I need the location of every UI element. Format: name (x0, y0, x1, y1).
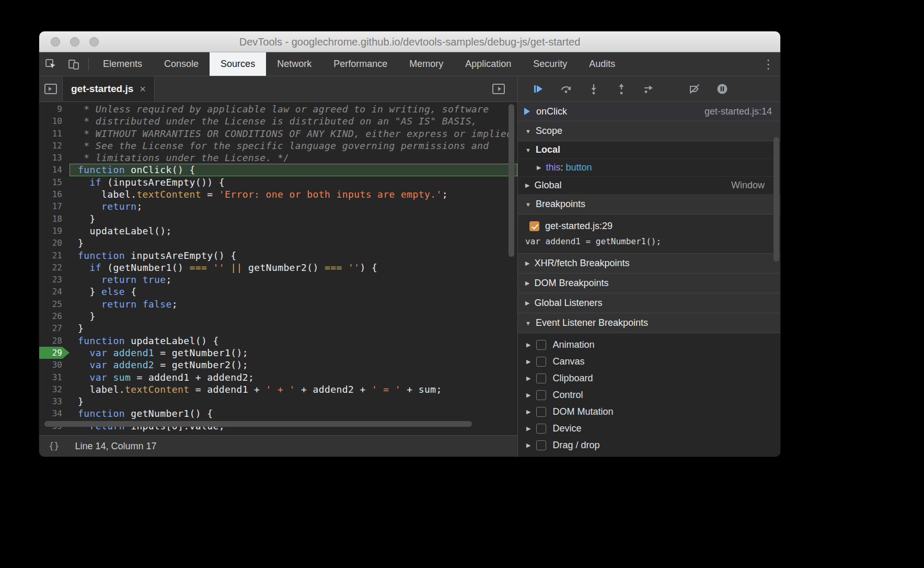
code-line-32[interactable]: 32 label.textContent = addend1 + ' + ' +… (39, 383, 517, 395)
line-number[interactable]: 26 (39, 310, 70, 322)
editor-horizontal-scrollbar[interactable] (44, 421, 472, 427)
breakpoint-marker[interactable]: 29 (39, 347, 70, 359)
breakpoint-code-preview[interactable]: var addend1 = getNumber1(); (518, 234, 780, 249)
line-number[interactable]: 28 (39, 335, 70, 347)
code-line-19[interactable]: 19 updateLabel(); (39, 225, 517, 237)
breakpoint-entry[interactable]: get-started.js:29 var addend1 = getNumbe… (518, 214, 780, 254)
quick-source-toggle-icon[interactable] (487, 76, 510, 101)
navigator-toggle-icon[interactable] (39, 76, 62, 101)
line-number[interactable]: 9 (39, 103, 70, 115)
more-options-icon[interactable]: ⋮ (756, 52, 780, 76)
chevron-right-icon[interactable]: ▶ (526, 392, 530, 399)
line-number[interactable]: 10 (39, 115, 70, 127)
sidebar-vertical-scrollbar[interactable] (773, 137, 779, 262)
line-number[interactable]: 32 (39, 383, 70, 395)
editor-vertical-scrollbar[interactable] (509, 104, 514, 257)
scope-local-row[interactable]: ▼ Local (518, 141, 780, 159)
breakpoint-location[interactable]: get-started.js:29 (545, 221, 613, 232)
code-line-21[interactable]: 21function inputsAreEmpty() { (39, 249, 517, 262)
step-into-icon[interactable] (587, 82, 600, 96)
checkbox-unchecked[interactable] (536, 357, 546, 367)
checkbox-unchecked[interactable] (536, 440, 546, 450)
event-listener-category-animation[interactable]: ▶Animation (518, 336, 780, 353)
line-number[interactable]: 33 (39, 395, 70, 407)
pause-on-exceptions-icon[interactable] (715, 82, 729, 96)
chevron-right-icon[interactable]: ▶ (526, 408, 530, 415)
scope-this-row[interactable]: ▶ this : button (518, 159, 780, 177)
code-editor[interactable]: 9 * Unless required by applicable law or… (39, 102, 517, 435)
checkbox-unchecked[interactable] (536, 373, 546, 383)
event-listener-category-dom-mutation[interactable]: ▶DOM Mutation (518, 403, 780, 420)
tab-performance[interactable]: Performance (322, 52, 398, 76)
code-line-34[interactable]: 34function getNumber1() { (39, 407, 517, 419)
code-line-31[interactable]: 31 var sum = addend1 + addend2; (39, 371, 517, 383)
line-number[interactable]: 12 (39, 140, 70, 152)
resume-script-icon[interactable] (532, 82, 545, 96)
minimize-window-button[interactable] (70, 37, 79, 47)
section-scope[interactable]: ▼ Scope (518, 121, 780, 141)
section-event-listener-breakpoints[interactable]: ▼ Event Listener Breakpoints (518, 313, 780, 333)
call-stack-frame[interactable]: onClick get-started.js:14 (518, 102, 780, 121)
code-line-12[interactable]: 12 * See the License for the specific la… (39, 140, 517, 152)
line-number[interactable]: 15 (39, 176, 70, 188)
event-listener-category-canvas[interactable]: ▶Canvas (518, 353, 780, 370)
line-number[interactable]: 17 (39, 200, 70, 212)
code-line-20[interactable]: 20} (39, 237, 517, 249)
code-line-11[interactable]: 11 * WITHOUT WARRANTIES OR CONDITIONS OF… (39, 128, 517, 140)
line-number[interactable]: 22 (39, 262, 70, 274)
code-line-9[interactable]: 9 * Unless required by applicable law or… (39, 103, 517, 115)
chevron-right-icon[interactable]: ▶ (526, 425, 530, 432)
line-number[interactable]: 30 (39, 359, 70, 371)
frame-location-link[interactable]: get-started.js:14 (704, 106, 772, 117)
code-line-18[interactable]: 18 } (39, 213, 517, 225)
code-line-13[interactable]: 13 * limitations under the License. */ (39, 152, 517, 164)
chevron-right-icon[interactable]: ▶ (526, 342, 530, 348)
inspect-element-icon[interactable] (39, 52, 62, 76)
checkbox-unchecked[interactable] (536, 340, 546, 350)
checkbox-unchecked[interactable] (536, 407, 546, 417)
section-dom-breakpoints[interactable]: ▶ DOM Breakpoints (518, 274, 780, 293)
line-number[interactable]: 24 (39, 286, 70, 298)
code-line-24[interactable]: 24 } else { (39, 286, 517, 298)
section-breakpoints[interactable]: ▼ Breakpoints (518, 195, 780, 214)
device-toolbar-icon[interactable] (62, 52, 85, 76)
chevron-right-icon[interactable]: ▶ (525, 182, 529, 189)
code-line-14[interactable]: 14function onClick() { (39, 164, 517, 176)
code-line-15[interactable]: 15 if (inputsAreEmpty()) { (39, 176, 517, 188)
code-line-23[interactable]: 23 return true; (39, 274, 517, 286)
pretty-print-button[interactable]: {} (49, 441, 59, 451)
scope-global-row[interactable]: ▶ Global Window (518, 177, 780, 195)
code-line-29[interactable]: 29 var addend1 = getNumber1(); (39, 347, 517, 359)
breakpoint-checkbox-checked[interactable] (529, 221, 539, 231)
checkbox-unchecked[interactable] (536, 390, 546, 400)
zoom-window-button[interactable] (89, 37, 99, 47)
chevron-right-icon[interactable]: ▶ (526, 442, 530, 449)
tab-elements[interactable]: Elements (92, 52, 153, 76)
chevron-right-icon[interactable]: ▶ (526, 358, 530, 365)
event-listener-category-drag-drop[interactable]: ▶Drag / drop (518, 437, 780, 453)
line-number[interactable]: 14 (39, 164, 70, 176)
file-tab-get-started[interactable]: get-started.js × (62, 76, 155, 101)
code-line-30[interactable]: 30 var addend2 = getNumber2(); (39, 359, 517, 371)
step-over-icon[interactable] (559, 82, 573, 96)
line-number[interactable]: 16 (39, 188, 70, 200)
line-number[interactable]: 23 (39, 274, 70, 286)
line-number[interactable]: 20 (39, 237, 70, 249)
code-line-28[interactable]: 28function updateLabel() { (39, 335, 517, 347)
line-number[interactable]: 18 (39, 213, 70, 225)
tab-application[interactable]: Application (454, 52, 522, 76)
line-number[interactable]: 27 (39, 322, 70, 334)
step-out-icon[interactable] (615, 82, 628, 96)
code-line-25[interactable]: 25 return false; (39, 298, 517, 310)
line-number[interactable]: 34 (39, 407, 70, 419)
tab-console[interactable]: Console (153, 52, 210, 76)
close-tab-icon[interactable]: × (140, 83, 146, 95)
tab-memory[interactable]: Memory (398, 52, 454, 76)
tab-audits[interactable]: Audits (578, 52, 626, 76)
code-line-17[interactable]: 17 return; (39, 200, 517, 212)
checkbox-unchecked[interactable] (536, 424, 546, 434)
code-line-10[interactable]: 10 * distributed under the License is di… (39, 115, 517, 127)
code-line-26[interactable]: 26 } (39, 310, 517, 322)
line-number[interactable]: 25 (39, 298, 70, 310)
section-xhr-breakpoints[interactable]: ▶ XHR/fetch Breakpoints (518, 254, 780, 274)
